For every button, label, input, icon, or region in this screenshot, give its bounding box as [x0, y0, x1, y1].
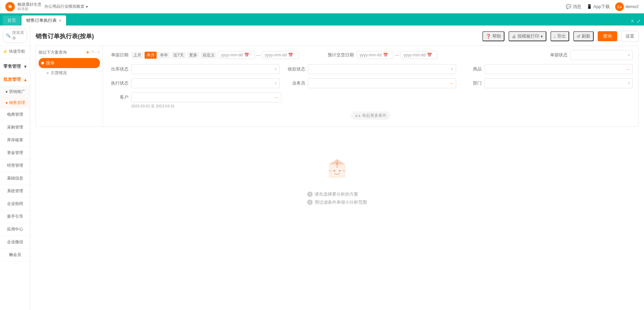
sidebar-item-system[interactable]: 系统管理	[0, 185, 30, 198]
shortcut-more[interactable]: 更多	[187, 52, 199, 59]
sidebar-item-basic[interactable]: 基础信息	[0, 172, 30, 185]
sidebar-item-member[interactable]: 畅会员	[0, 249, 30, 261]
salesperson-select[interactable]: ···	[308, 78, 457, 88]
logo-area: 畅 畅捷通好生意 标准版 办公用品行业模拟账套 ▾	[5, 2, 88, 11]
execution-status-select[interactable]: ▾	[131, 78, 280, 88]
query-btn[interactable]: 查询	[598, 31, 617, 41]
sidebar-item-ecommerce[interactable]: 电商管理	[0, 108, 30, 121]
svg-point-4	[333, 170, 335, 172]
cal-icon4: 📅	[427, 53, 432, 57]
delivery-status-label: 出库状态	[108, 66, 128, 72]
payment-status-label: 收款状态	[285, 66, 305, 72]
customer-select[interactable]: ···	[131, 92, 281, 102]
svg-rect-3	[332, 168, 342, 175]
sidebar-item-enterprise[interactable]: 企业协同	[0, 198, 30, 210]
customer-filter: 客户 ···	[108, 92, 281, 102]
filter-scheme-debt[interactable]: 欠货情况	[39, 68, 100, 78]
sidebar-item-inventory[interactable]: 库存核算	[0, 134, 30, 147]
expected-delivery-from[interactable]: yyyy-mm-dd 📅	[357, 51, 393, 59]
filter-scheme-actions: + ✎ «	[86, 49, 100, 55]
tab-close-icon[interactable]: ×	[59, 18, 61, 23]
sidebar-quick-nav[interactable]: ⚡ 快捷导航	[0, 46, 30, 57]
collapse-icon: ∧∧	[355, 113, 361, 118]
delivery-caret: ▾	[275, 67, 277, 71]
svg-point-7	[336, 163, 338, 165]
sidebar-item-purchase[interactable]: 采购管理	[0, 121, 30, 134]
delivery-status-select[interactable]: ▾	[131, 64, 280, 74]
empty-state: 1 请先选择要分析的方案 2 用过滤条件来缩小分析范围	[36, 131, 639, 221]
shortcut-7-days[interactable]: 近7天	[171, 52, 186, 59]
sidebar-item-app-center[interactable]: 应用中心	[0, 223, 30, 236]
help-btn[interactable]: ❓ 帮助	[482, 31, 504, 41]
dot-icon: ●	[5, 89, 8, 94]
help-icon: ❓	[486, 34, 491, 39]
sidebar-search-btn[interactable]: 🔍 搜索菜单	[3, 28, 27, 43]
department-label: 部门	[462, 80, 482, 86]
sidebar: 🔍 搜索菜单 ⚡ 快捷导航 零售管理 ▾ 批发管理 ▴ ● 营销推广 ● 销售管…	[0, 25, 30, 310]
chevron-icon: ▾	[24, 64, 26, 69]
sidebar-item-guide[interactable]: 新手引导	[0, 210, 30, 223]
goods-dots[interactable]: ···	[626, 66, 630, 72]
filter-row-2: 出库状态 ▾ 收款状态 ▾ 商品	[108, 64, 633, 74]
tab-sales-order[interactable]: 销售订单执行表 ×	[21, 15, 66, 25]
salesperson-filter: 业务员 ···	[285, 78, 457, 88]
goods-select[interactable]: ···	[484, 64, 633, 74]
settings-btn[interactable]: 设置	[621, 31, 639, 42]
sidebar-item-marketing[interactable]: ● 营销推广	[0, 86, 30, 97]
sidebar-item-operations[interactable]: 经营管理	[0, 159, 30, 172]
department-filter: 部门 ▾	[462, 78, 633, 88]
sidebar-item-wholesale[interactable]: 批发管理 ▴	[0, 73, 30, 86]
date-shortcuts: 上月 本月 本年 近7天 更多 自定义	[131, 52, 217, 59]
shortcut-this-year[interactable]: 本年	[158, 52, 170, 59]
shortcut-custom[interactable]: 自定义	[201, 52, 217, 59]
bill-date-from[interactable]: yyyy-mm-dd 📅	[218, 51, 255, 59]
tab-home[interactable]: 首页	[3, 15, 21, 25]
empty-tip-2: 2 用过滤条件来缩小分析范围	[307, 199, 367, 205]
sidebar-item-retail[interactable]: 零售管理 ▾	[0, 60, 30, 73]
main-content: 销售订单执行表(按单) ❓ 帮助 🖨 按模板打印 ▾ ↓ 导出 ↺ 刷新 查询 …	[30, 25, 644, 310]
tab-close-all-icon[interactable]: ×	[631, 18, 634, 24]
expected-delivery-filter: 预计交货日期 yyyy-mm-dd 📅 — yyyy-mm-dd 📅	[328, 51, 542, 59]
print-dropdown-icon[interactable]: ▾	[541, 34, 543, 39]
filter-scheme-title: 按以下方案查询 + ✎ «	[39, 49, 100, 55]
breadcrumb[interactable]: 办公用品行业模拟账套 ▾	[44, 4, 88, 9]
date-range-group: 上月 本月 本年 近7天 更多 自定义 yyyy-mm-dd 📅 —	[131, 51, 322, 59]
export-btn[interactable]: ↓ 导出	[550, 31, 570, 41]
breadcrumb-dropdown-icon[interactable]: ▾	[86, 4, 88, 9]
message-icon: 💬	[566, 4, 571, 9]
refresh-btn[interactable]: ↺ 刷新	[573, 31, 594, 41]
tab-expand-icon[interactable]: ⤢	[637, 18, 641, 24]
search-icon: 🔍	[6, 33, 11, 38]
sidebar-item-finance[interactable]: 资金管理	[0, 147, 30, 159]
quick-nav-icon: ⚡	[3, 49, 8, 54]
collapse-scheme-icon[interactable]: «	[97, 49, 100, 55]
filter-scheme-order[interactable]: 按单	[39, 58, 100, 68]
sidebar-item-sales[interactable]: ● 销售管理	[0, 97, 30, 108]
cal-icon2: 📅	[288, 53, 293, 57]
payment-status-filter: 收款状态 ▾	[285, 64, 457, 74]
top-header: 畅 畅捷通好生意 标准版 办公用品行业模拟账套 ▾ 💬 消息 📱 App下载 E…	[0, 0, 644, 13]
expected-delivery-to[interactable]: yyyy-mm-dd 📅	[400, 51, 437, 59]
user-avatar-area[interactable]: Ea demo2	[615, 2, 639, 11]
shortcut-last-month[interactable]: 上月	[131, 52, 143, 59]
header-right: 💬 消息 📱 App下载 Ea demo2	[566, 2, 639, 11]
dot-active-icon: ●	[5, 100, 8, 105]
bill-status-select[interactable]: ▾	[570, 50, 633, 60]
svg-point-5	[339, 170, 341, 172]
collapse-btn[interactable]: ∧∧ 收起更多条件	[351, 111, 390, 120]
execution-status-filter: 执行状态 ▾	[108, 78, 280, 88]
print-template-btn[interactable]: 🖨 按模板打印 ▾	[508, 31, 546, 41]
print-icon: 🖨	[512, 34, 516, 39]
bill-date-to[interactable]: yyyy-mm-dd 📅	[262, 51, 299, 59]
payment-status-select[interactable]: ▾	[308, 64, 457, 74]
customer-dots[interactable]: ···	[274, 95, 278, 100]
salesperson-dots[interactable]: ···	[449, 81, 453, 86]
app-download-btn[interactable]: 📱 App下载	[587, 4, 610, 10]
message-btn[interactable]: 💬 消息	[566, 4, 581, 10]
edit-scheme-icon[interactable]: ✎	[91, 49, 95, 55]
add-scheme-icon[interactable]: +	[86, 49, 89, 55]
shortcut-this-month[interactable]: 本月	[145, 52, 157, 59]
expected-delivery-label: 预计交货日期	[328, 52, 354, 58]
sidebar-item-wechat[interactable]: 企业微信	[0, 236, 30, 249]
department-select[interactable]: ▾	[484, 78, 633, 88]
